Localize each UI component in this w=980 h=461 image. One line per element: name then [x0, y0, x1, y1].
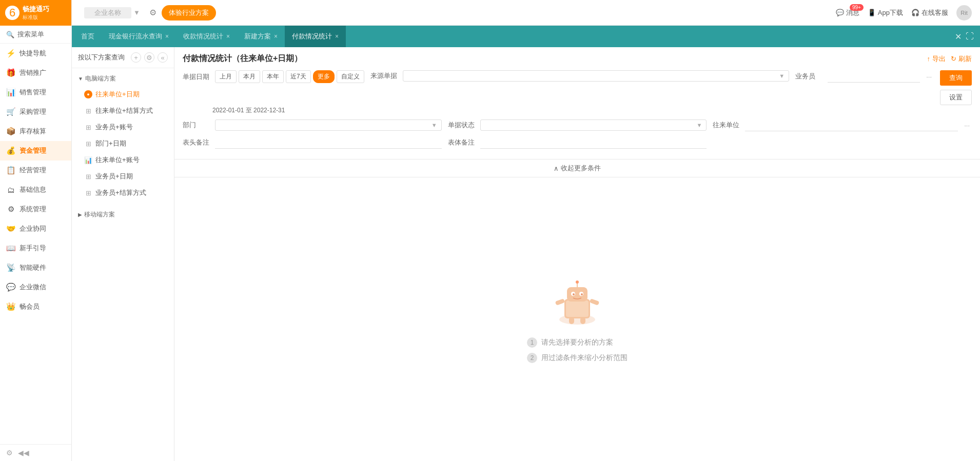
- sidebar-item-marketing[interactable]: 🎁 营销推广: [0, 63, 71, 83]
- sidebar-item-label: 企业协同: [19, 224, 46, 233]
- date-label: 单据日期: [183, 72, 211, 82]
- unit-input[interactable]: [745, 119, 958, 131]
- plan-item-staff-settle[interactable]: ⊞ 业务员+结算方式: [72, 185, 174, 201]
- staff-date-icon: ⊞: [84, 172, 92, 181]
- company-selector[interactable]: 企业名称 ▼: [80, 5, 144, 21]
- sidebar-settings-button[interactable]: ⚙: [6, 449, 13, 457]
- collapse-icon: ∧: [554, 165, 559, 172]
- topbar-settings-button[interactable]: ⚙: [149, 8, 156, 17]
- mobile-section-title[interactable]: ▶ 移动端方案: [72, 207, 174, 222]
- sidebar-collapse-button[interactable]: ◀◀: [18, 449, 29, 457]
- sidebar-item-guide[interactable]: 📖 新手引导: [0, 238, 71, 258]
- this-year-btn[interactable]: 本年: [262, 70, 284, 83]
- sidebar-item-basic-info[interactable]: 🗂 基础信息: [0, 180, 71, 199]
- filter-area: 付款情况统计（往来单位+日期） ↑ 导出 ↻ 刷新: [174, 47, 980, 159]
- sidebar-item-funds[interactable]: 💰 资金管理: [0, 141, 71, 161]
- avatar-text: Rit: [961, 10, 967, 16]
- sidebar-item-label: 库存核算: [19, 127, 46, 136]
- head-note-input[interactable]: [215, 136, 442, 149]
- trial-button[interactable]: 体验行业方案: [162, 5, 216, 21]
- last-7days-btn[interactable]: 近7天: [286, 70, 311, 83]
- sidebar-item-vip[interactable]: 👑 畅会员: [0, 297, 71, 316]
- plan-item-dept-date[interactable]: ⊞ 部门+日期: [72, 135, 174, 152]
- company-name: 企业名称: [84, 7, 131, 18]
- tab-payment-close[interactable]: ×: [335, 33, 339, 40]
- plan-item-unit-settle[interactable]: ⊞ 往来单位+结算方式: [72, 103, 174, 119]
- funds-icon: 💰: [6, 146, 15, 155]
- sidebar-item-quick-nav[interactable]: ⚡ 快捷导航: [0, 44, 71, 63]
- refresh-button[interactable]: ↻ 刷新: [951, 54, 972, 64]
- export-label: 导出: [932, 54, 946, 64]
- svg-rect-11: [590, 298, 600, 306]
- sidebar-item-inventory[interactable]: 📦 库存核算: [0, 122, 71, 141]
- staff-input[interactable]: [828, 70, 920, 83]
- dept-select[interactable]: ▼: [215, 119, 442, 131]
- body-note-input[interactable]: [480, 136, 707, 149]
- message-button[interactable]: 💬 消息 99+: [836, 8, 859, 17]
- company-dropdown-icon: ▼: [133, 9, 140, 16]
- refresh-label: 刷新: [958, 54, 972, 64]
- desktop-section-title[interactable]: ▼ 电脑端方案: [72, 71, 174, 86]
- online-service-button[interactable]: 🎧 在线客服: [911, 8, 948, 17]
- tab-payment[interactable]: 付款情况统计 ×: [285, 26, 346, 47]
- page-title: 付款情况统计（往来单位+日期）: [183, 53, 302, 64]
- collapse-button[interactable]: ∧ 收起更多条件: [554, 164, 601, 173]
- sidebar-item-system[interactable]: ⚙ 系统管理: [0, 199, 71, 219]
- sidebar-item-sales[interactable]: 📊 销售管理: [0, 83, 71, 102]
- tab-bank-close[interactable]: ×: [165, 33, 169, 40]
- tab-payment-label: 付款情况统计: [292, 32, 332, 41]
- sidebar-item-enterprise[interactable]: 🤝 企业协同: [0, 219, 71, 238]
- source-select[interactable]: ▼: [403, 70, 789, 82]
- export-button[interactable]: ↑ 导出: [927, 54, 946, 64]
- tab-expand-button[interactable]: ⛶: [966, 32, 974, 41]
- tab-new-plan[interactable]: 新建方案 ×: [237, 26, 285, 47]
- plan-settings-button[interactable]: ⚙: [144, 52, 154, 63]
- custom-btn[interactable]: 自定义: [337, 70, 364, 83]
- staff-account-icon: ⊞: [84, 123, 92, 131]
- tip-1-text: 请先选择要分析的方案: [541, 338, 613, 347]
- content-area: 按以下方案查询 + ⚙ « ▼ 电脑端方案 ● 往来单位+日期 ⊞: [72, 47, 980, 461]
- query-button[interactable]: 查询: [940, 70, 972, 86]
- purchase-icon: 🛒: [6, 107, 15, 116]
- dept-date-label: 部门+日期: [95, 139, 126, 148]
- sidebar-item-label: 新手引导: [19, 244, 46, 253]
- panel-collapse-button[interactable]: «: [158, 52, 168, 63]
- search-menu-item[interactable]: 🔍 搜索菜单: [0, 26, 71, 44]
- tab-receipt-close[interactable]: ×: [226, 33, 230, 40]
- status-dropdown-icon: ▼: [696, 122, 702, 128]
- plan-item-staff-date[interactable]: ⊞ 业务员+日期: [72, 168, 174, 185]
- empty-tip-1: 1 请先选择要分析的方案: [527, 337, 628, 348]
- sidebar-item-purchase[interactable]: 🛒 采购管理: [0, 102, 71, 122]
- app-logo: 6 畅捷通巧 标准版: [0, 0, 71, 26]
- tab-new-plan-close[interactable]: ×: [274, 33, 278, 40]
- tab-close-all-button[interactable]: ✕: [955, 32, 962, 42]
- plan-item-staff-account[interactable]: ⊞ 业务员+账号: [72, 119, 174, 135]
- tab-bank[interactable]: 现金银行流水查询 ×: [102, 26, 176, 47]
- tab-home[interactable]: 首页: [74, 26, 102, 47]
- sidebar-item-wechat[interactable]: 💬 企业微信: [0, 277, 71, 297]
- collapse-bar: ∧ 收起更多条件: [174, 159, 980, 177]
- last-month-btn[interactable]: 上月: [215, 70, 237, 83]
- tab-receipt[interactable]: 收款情况统计 ×: [176, 26, 237, 47]
- sidebar-item-label: 智能硬件: [19, 263, 46, 272]
- staff-account-label: 业务员+账号: [95, 123, 133, 132]
- search-menu-label: 搜索菜单: [17, 30, 44, 39]
- date-range-text: 2022-01-01 至 2022-12-31: [212, 107, 285, 114]
- svg-rect-3: [567, 287, 587, 302]
- settings-button[interactable]: 设置: [940, 90, 972, 105]
- plan-item-unit-account[interactable]: 📊 往来单位+账号: [72, 152, 174, 168]
- sidebar-item-operations[interactable]: 📋 经营管理: [0, 161, 71, 180]
- app-download-button[interactable]: 📱 App下载: [868, 8, 903, 17]
- sidebar-item-hardware[interactable]: 📡 智能硬件: [0, 258, 71, 277]
- plan-item-unit-date[interactable]: ● 往来单位+日期: [72, 86, 174, 103]
- tab-home-label: 首页: [81, 32, 94, 41]
- svg-point-6: [573, 293, 575, 295]
- status-select[interactable]: ▼: [480, 119, 707, 131]
- unit-ellipsis-btn[interactable]: ···: [962, 119, 972, 131]
- this-month-btn[interactable]: 本月: [239, 70, 260, 83]
- more-btn[interactable]: 更多: [313, 70, 335, 83]
- staff-ellipsis-btn[interactable]: ···: [924, 71, 934, 83]
- add-plan-button[interactable]: +: [131, 52, 141, 63]
- tab-new-plan-label: 新建方案: [244, 32, 271, 41]
- user-avatar[interactable]: Rit: [956, 5, 972, 21]
